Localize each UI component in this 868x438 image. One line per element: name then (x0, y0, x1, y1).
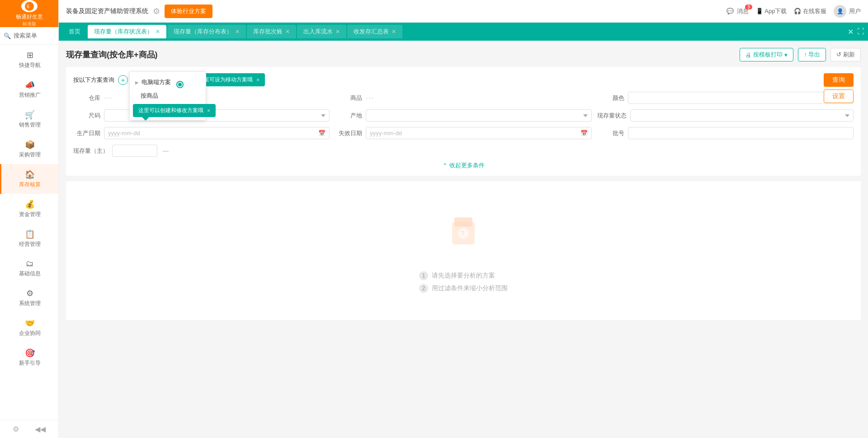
refresh-btn[interactable]: ↺ 刷新 (830, 48, 861, 61)
sidebar-item-sales[interactable]: 🛒 销售管理 (0, 104, 58, 134)
tab-batch-ledger[interactable]: 库存批次账 ✕ (247, 25, 296, 38)
sidebar-item-system[interactable]: ⚙ 系统管理 (0, 283, 58, 313)
nav-label: 经营管理 (19, 240, 41, 248)
svg-text:?: ? (461, 230, 464, 237)
sidebar-bottom: ⚙ ◀◀ (0, 420, 58, 438)
tab-inout-flow[interactable]: 出入库流水 ✕ (297, 25, 346, 38)
tab-inout-label: 出入库流水 (303, 28, 333, 36)
origin-label: 产地 (335, 112, 362, 120)
collapse-bar[interactable]: ⌃ 收起更多条件 (73, 161, 854, 170)
sidebar-item-operations[interactable]: 📋 经营管理 (0, 224, 58, 254)
empty-state: ? 1 请先选择要分析的方案 2 用过滤条件来缩小分析范围 (66, 181, 861, 320)
filter-row-4: 现存量（主） — (73, 145, 854, 157)
header-right: 💬 9 消息 📱 App下载 🎧 在线客服 👤 用户 (726, 5, 861, 18)
scheme-tooltip2-close[interactable]: × (207, 108, 210, 114)
stock-status-select[interactable] (630, 109, 854, 122)
sidebar-item-marketing[interactable]: 📣 营销推广 (0, 75, 58, 104)
sidebar-item-quick-nav[interactable]: ⊞ 快捷导航 (0, 45, 58, 75)
tab-bar: 首页 现存量（库存状况表） ✕ 现存量（库存分布表） ✕ 库存批次账 ✕ 出入库… (59, 23, 868, 41)
filter-field-origin: 产地 (335, 109, 591, 122)
header-settings-icon[interactable]: ⚙ (153, 6, 160, 16)
user-avatar: 👤 (834, 5, 846, 18)
sidebar-item-basic[interactable]: 🗂 基础信息 (0, 254, 58, 283)
scheme-pc-default[interactable]: 按商品 (130, 89, 206, 103)
tab-collect-label: 收发存汇总表 (354, 28, 389, 36)
warehouse-label: 仓库 (73, 94, 100, 102)
arrow-icon: ▶ (135, 80, 139, 85)
search-icon: 🔍 (4, 33, 11, 39)
tab-stock-status-label: 现存量（库存状况表） (94, 28, 153, 36)
template-print-btn[interactable]: 🖨 按模板打印 ▾ (740, 48, 793, 61)
sidebar-item-enterprise[interactable]: 🤝 企业协同 (0, 313, 58, 343)
search-btn[interactable]: 查询 (824, 73, 854, 87)
online-service-label: 在线客服 (803, 8, 826, 14)
system-icon: ⚙ (26, 288, 33, 298)
reset-btn[interactable]: 设置 (824, 89, 854, 103)
sidebar-logo: 6 畅通好生意 标准版 (0, 0, 58, 27)
expire-date-input[interactable]: yyyy-mm-dd 📅 (366, 127, 591, 139)
notification-bell[interactable]: 💬 9 消息 (726, 7, 749, 15)
collapse-sidebar-icon[interactable]: ◀◀ (35, 425, 46, 433)
origin-select[interactable] (366, 109, 591, 122)
guide-icon: 🎯 (25, 348, 35, 358)
hint-num-1: 1 (419, 271, 428, 280)
tab-batch-close[interactable]: ✕ (285, 28, 290, 35)
enterprise-icon: 🤝 (25, 318, 35, 328)
expire-date-label: 失效日期 (335, 129, 362, 137)
sidebar-search[interactable]: 🔍 搜索菜单 (0, 27, 58, 45)
tab-collect-close[interactable]: ✕ (392, 28, 396, 35)
page-title: 现存量查询(按仓库+商品) (66, 49, 158, 60)
tab-inout-close[interactable]: ✕ (335, 28, 340, 35)
filter-field-color: 颜色 (597, 92, 854, 104)
sidebar-item-guide[interactable]: 🎯 新手引导 (0, 343, 58, 372)
tab-collect-summary[interactable]: 收发存汇总表 ✕ (347, 25, 402, 38)
svg-rect-3 (454, 217, 472, 226)
finance-icon: 💰 (25, 199, 35, 209)
produce-date-placeholder: yyyy-mm-dd (108, 130, 140, 137)
refresh-label: 刷新 (843, 51, 855, 58)
page-actions: 🖨 按模板打印 ▾ ↑ 导出 ↺ 刷新 (740, 48, 861, 61)
sidebar-nav: ⊞ 快捷导航 📣 营销推广 🛒 销售管理 📦 采购管理 🏠 库存核算 💰 资金管… (0, 45, 58, 420)
stock-main-from[interactable] (112, 145, 157, 157)
logo-text: 畅通好生意 (16, 13, 43, 21)
scheme-tooltip-close[interactable]: × (256, 77, 259, 83)
tab-stock-status[interactable]: 现存量（库存状况表） ✕ (88, 25, 166, 38)
scheme-pc-folder[interactable]: ▶ 电脑端方案 (130, 75, 206, 89)
size-label: 尺码 (73, 112, 100, 120)
notification-badge: 9 (745, 5, 752, 9)
export-icon: ↑ (804, 51, 807, 58)
color-label: 颜色 (597, 94, 624, 102)
sidebar-item-finance[interactable]: 💰 资金管理 (0, 194, 58, 224)
tab-stock-dist-label: 现存量（库存分布表） (174, 28, 232, 36)
tab-stock-dist[interactable]: 现存量（库存分布表） ✕ (167, 25, 246, 38)
produce-date-input[interactable]: yyyy-mm-dd 📅 (104, 127, 330, 139)
sidebar-item-purchase[interactable]: 📦 采购管理 (0, 134, 58, 164)
nav-label: 系统管理 (19, 300, 41, 307)
filter-panel: 按以下方案查询 + ✎ ← ▶ 电脑端方案 按商品 ▶ (66, 67, 861, 176)
tab-close-all[interactable]: ✕ (848, 28, 854, 36)
industry-btn[interactable]: 体验行业方案 (165, 5, 212, 18)
calendar-icon1: 📅 (318, 130, 326, 137)
batch-input[interactable] (628, 127, 854, 139)
empty-illustration: ? (441, 208, 486, 262)
tab-stock-status-close[interactable]: ✕ (156, 28, 160, 35)
filter-field-stock-main: 现存量（主） — (73, 145, 330, 157)
add-scheme-btn[interactable]: + (118, 75, 128, 85)
user-menu[interactable]: 👤 用户 (834, 5, 861, 18)
color-select[interactable] (628, 92, 854, 104)
goods-dots[interactable]: ··· (366, 94, 374, 102)
warehouse-dots[interactable]: ··· (104, 94, 113, 102)
export-btn[interactable]: ↑ 导出 (798, 48, 826, 61)
tab-stock-dist-close[interactable]: ✕ (235, 28, 240, 35)
tab-fullscreen[interactable]: ⛶ (857, 28, 864, 36)
tab-home[interactable]: 首页 (62, 25, 87, 38)
filter-row-3: 生产日期 yyyy-mm-dd 📅 失效日期 yyyy-mm-dd 📅 (73, 127, 854, 139)
nav-label: 基础信息 (19, 270, 41, 278)
filter-header-label: 按以下方案查询 (73, 76, 114, 84)
online-service[interactable]: 🎧 在线客服 (794, 7, 826, 15)
sidebar-item-inventory[interactable]: 🏠 库存核算 (0, 164, 58, 194)
tab-batch-label: 库存批次账 (253, 28, 283, 36)
app-download[interactable]: 📱 App下载 (756, 7, 787, 15)
settings-icon[interactable]: ⚙ (13, 425, 19, 433)
nav-label: 企业协同 (19, 330, 41, 337)
